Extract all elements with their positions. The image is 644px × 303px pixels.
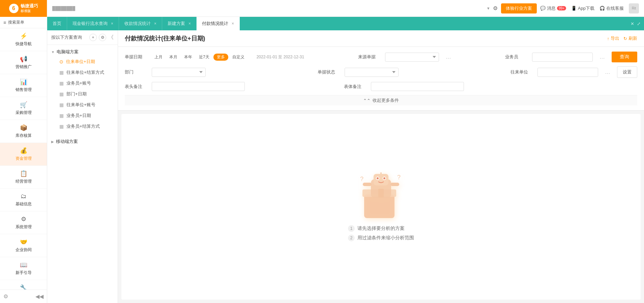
scheme-label-unit-settle: 往来单位+结算方式 [66, 69, 104, 75]
avatar[interactable]: Rit [629, 3, 639, 13]
date-btns: 上月本月本年近7天更多自定义 [152, 53, 247, 61]
maximize-icon[interactable]: ⤢ [637, 21, 641, 26]
message-icon: 💬 [540, 6, 546, 11]
topbar-settings-icon[interactable]: ⚙ [493, 5, 498, 11]
sidebar-item-guide[interactable]: 📖 新手引导 [0, 257, 47, 280]
sidebar-item-system[interactable]: ⚙ 系统管理 [0, 211, 47, 234]
scheme-item-unit-settle[interactable]: ▦ 往来单位+结算方式 [51, 67, 114, 78]
related-unit-input[interactable] [537, 68, 598, 77]
doc-status-select[interactable] [345, 68, 399, 77]
dropdown-arrow[interactable]: ▾ [487, 6, 490, 11]
tab-close-new-scheme[interactable]: × [188, 21, 191, 26]
sidebar-label-marketing: 营销推广 [16, 64, 32, 70]
sidebar-label-capital: 资金管理 [16, 156, 32, 161]
sidebar-item-operation[interactable]: 📋 经营管理 [0, 166, 47, 189]
header-note-input[interactable] [152, 82, 245, 91]
scheme-items-list: ⊙ 往来单位+日期 ▦ 往来单位+结算方式 ▦ 业务员+账号 ▦ 部门+日期 ▦… [51, 56, 114, 132]
svg-point-7 [377, 177, 379, 179]
filter-row-1: 单据日期 上月本月本年近7天更多自定义 2022-01-01 至 2022-12… [125, 52, 637, 62]
settings-icon[interactable]: ⚙ [3, 293, 8, 300]
dept-select[interactable] [152, 68, 206, 77]
sidebar-item-marketing[interactable]: 📢 营销推广 [0, 51, 47, 74]
collapse-scheme-btn[interactable]: 《 [108, 34, 114, 41]
date-btn-自定义[interactable]: 自定义 [230, 53, 247, 61]
desktop-section-toggle[interactable]: ▼ 电脑端方案 [51, 48, 114, 56]
tab-payment-stats[interactable]: 付款情况统计× [197, 17, 240, 30]
tab-new-scheme[interactable]: 新建方案× [162, 17, 197, 30]
date-btn-本月[interactable]: 本月 [167, 53, 180, 61]
empty-illustration: ? ? [354, 173, 408, 220]
source-select[interactable] [385, 53, 439, 62]
sidebar-label-purchase: 采购管理 [16, 110, 32, 116]
date-btn-本年[interactable]: 本年 [181, 53, 195, 61]
message-badge: 99+ [557, 6, 566, 10]
scheme-item-dept-date[interactable]: ▦ 部门+日期 [51, 89, 114, 99]
source-dots[interactable]: … [446, 54, 451, 60]
sidebar-item-inventory[interactable]: 📦 库存核算 [0, 120, 47, 143]
date-btn-更多[interactable]: 更多 [213, 54, 228, 61]
sidebar-item-quick-nav[interactable]: ⚡ 快捷导航 [0, 28, 47, 51]
scheme-item-staff-account[interactable]: ▦ 业务员+账号 [51, 78, 114, 89]
section-arrow-icon: ▼ [51, 50, 55, 54]
settings-btn[interactable]: 设置 [617, 66, 637, 78]
add-scheme-btn[interactable]: + [89, 34, 97, 41]
sidebar-item-enterprise[interactable]: 🤝 企业协同 [0, 234, 47, 257]
hint2-text: 用过滤条件来缩小分析范围 [357, 235, 414, 241]
tab-home[interactable]: 首页 [47, 17, 67, 30]
query-btn[interactable]: 查询 [612, 52, 637, 62]
sidebar-item-capital[interactable]: 💰 资金管理 [0, 143, 47, 166]
tab-bank-flow[interactable]: 现金银行流水查询× [67, 17, 119, 30]
tab-label-new-scheme: 新建方案 [168, 21, 185, 27]
export-btn[interactable]: ↑ 导出 [607, 35, 620, 41]
sidebar-icon-inventory: 📦 [20, 124, 27, 131]
tab-receipt-stats[interactable]: 收款情况统计× [119, 17, 162, 30]
collapse-sidebar-icon[interactable]: ◀◀ [35, 293, 43, 300]
sidebar-item-hardware[interactable]: 🔧 智能硬件 [0, 280, 47, 290]
date-btn-近7天[interactable]: 近7天 [196, 53, 212, 61]
tab-close-bank-flow[interactable]: × [111, 21, 113, 26]
topbar: ████████ ▾ ⚙ 体验行业方案 💬 消息 99+ 📱 App下载 🎧 在… [47, 0, 644, 17]
tab-close-receipt-stats[interactable]: × [154, 21, 156, 26]
date-range: 2022-01-01 至 2022-12-31 [257, 54, 304, 60]
staff-input[interactable] [532, 53, 593, 62]
version-text: 标准版 [21, 9, 38, 13]
tabbar: 首页现金银行流水查询×收款情况统计×新建方案×付款情况统计× ✕ ⤢ [47, 17, 644, 30]
scheme-settings-btn[interactable]: ⚙ [99, 34, 106, 41]
collapse-filter-btn[interactable]: ⌃⌃ 收起更多条件 [125, 95, 637, 105]
staff-dots[interactable]: … [599, 54, 605, 60]
sidebar-icon-enterprise: 🤝 [20, 238, 27, 246]
trial-btn[interactable]: 体验行业方案 [501, 3, 537, 13]
sidebar-item-sales[interactable]: 📊 销售管理 [0, 74, 47, 97]
sidebar-icon-guide: 📖 [20, 261, 27, 269]
service-btn[interactable]: 🎧 在线客服 [599, 5, 624, 11]
svg-rect-11 [363, 183, 372, 186]
tab-close-payment-stats[interactable]: × [232, 21, 234, 26]
message-btn[interactable]: 💬 消息 99+ [540, 5, 566, 11]
related-unit-dots[interactable]: … [605, 69, 610, 75]
scheme-item-unit-account[interactable]: ▦ 往来单位+账号 [51, 99, 114, 110]
sidebar-label-basic: 基础信息 [16, 201, 32, 207]
refresh-btn[interactable]: ↻ 刷新 [623, 35, 637, 41]
svg-rect-0 [364, 194, 394, 218]
body-note-input[interactable] [371, 82, 464, 91]
scheme-item-unit-date[interactable]: ⊙ 往来单位+日期 [51, 56, 114, 67]
scheme-icon-staff-account: ▦ [59, 81, 64, 86]
search-menu-btn[interactable]: ≡ 搜索菜单 [0, 17, 47, 28]
export-label: 导出 [611, 35, 619, 41]
mobile-arrow-icon: ▶ [51, 140, 54, 144]
empty-hints: 1 请先选择要分析的方案 2 用过滤条件来缩小分析范围 [348, 225, 414, 241]
app-download-btn[interactable]: 📱 App下载 [571, 5, 594, 11]
date-btn-上月[interactable]: 上月 [152, 53, 165, 61]
right-panel: 付款情况统计(往来单位+日期) ↑ 导出 ↻ 刷新 单据日期 [118, 30, 644, 303]
sidebar-item-basic[interactable]: 🗂 基础信息 [0, 189, 47, 211]
sidebar-logo: 6 畅捷通巧 标准版 [0, 0, 47, 17]
scheme-icon-staff-settle: ▦ [59, 124, 64, 129]
sidebar-item-purchase[interactable]: 🛒 采购管理 [0, 97, 47, 120]
scheme-item-staff-settle[interactable]: ▦ 业务员+结算方式 [51, 121, 114, 132]
close-window-icon[interactable]: ✕ [631, 21, 634, 26]
sidebar-icon-operation: 📋 [20, 170, 27, 177]
scheme-item-staff-date[interactable]: ▦ 业务员+日期 [51, 110, 114, 121]
scheme-label-staff-account: 业务员+账号 [66, 80, 91, 86]
mobile-section-toggle[interactable]: ▶ 移动端方案 [51, 137, 114, 146]
sidebar-label-system: 系统管理 [16, 224, 32, 230]
